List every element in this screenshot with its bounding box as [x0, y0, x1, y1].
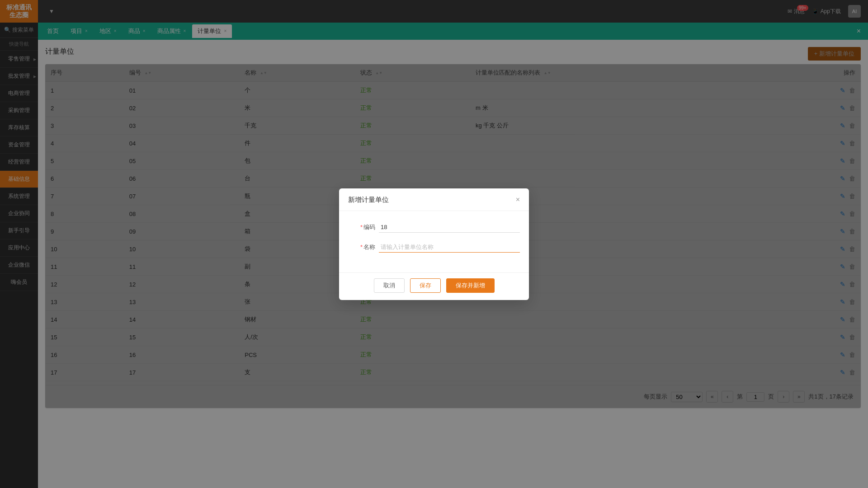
name-input[interactable] [379, 242, 520, 253]
save-and-new-button[interactable]: 保存并新增 [446, 278, 495, 293]
modal-overlay: 新增计量单位 × *编码 *名称 取消 保存 保存并新增 [0, 0, 868, 488]
cancel-button[interactable]: 取消 [374, 278, 405, 293]
form-row-name: *名称 [348, 242, 520, 253]
modal-footer: 取消 保存 保存并新增 [339, 272, 529, 300]
form-row-code: *编码 [348, 222, 520, 233]
modal-body: *编码 *名称 [339, 211, 529, 272]
modal-title: 新增计量单位 [348, 196, 389, 204]
save-button[interactable]: 保存 [410, 278, 441, 293]
code-input[interactable] [379, 222, 520, 233]
modal-close-button[interactable]: × [516, 196, 520, 203]
code-label: *编码 [348, 223, 375, 231]
modal-header: 新增计量单位 × [339, 188, 529, 211]
add-unit-modal: 新增计量单位 × *编码 *名称 取消 保存 保存并新增 [339, 188, 529, 300]
name-label: *名称 [348, 243, 375, 251]
